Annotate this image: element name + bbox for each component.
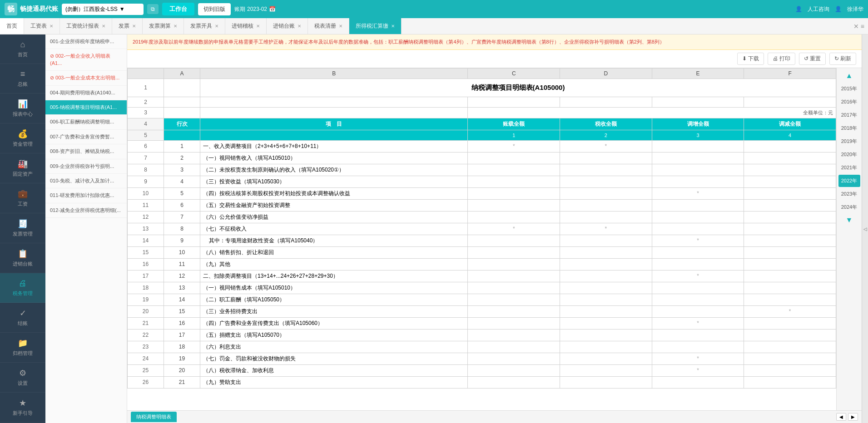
cell-C[interactable] xyxy=(468,152,560,164)
year-btn-2019[interactable]: 2019年 xyxy=(838,135,860,148)
cell-E[interactable] xyxy=(652,140,744,152)
tab-home[interactable]: 首页 xyxy=(0,18,24,34)
cell-hang[interactable]: 11 xyxy=(164,258,200,270)
tab-payroll-stat-close[interactable]: ✕ xyxy=(102,24,105,29)
sidebar-item-home[interactable]: ⌂ 首页 xyxy=(0,34,45,64)
workbench-button[interactable]: 工作台 xyxy=(162,3,194,15)
tab-invoice-ledger-close[interactable]: ✕ xyxy=(298,24,301,29)
tab-invoice-ledger[interactable]: 进销台账 ✕ xyxy=(267,18,308,34)
cell-D[interactable] xyxy=(560,246,652,258)
cell-E[interactable]: * xyxy=(652,353,744,364)
cell-C[interactable] xyxy=(468,246,560,258)
cell-item[interactable]: （九）赞助支出 xyxy=(200,376,468,388)
sidebar-item-tax-mgr[interactable]: 🖨 税务管理 xyxy=(0,273,45,303)
doc-item-007[interactable]: 007-广告费和业务宣传费暂... xyxy=(45,130,127,144)
cell-B3[interactable] xyxy=(200,107,468,118)
cell-F[interactable] xyxy=(744,187,836,199)
cell-C[interactable] xyxy=(468,341,560,353)
cell-hang[interactable]: 15 xyxy=(164,305,200,317)
cell-item[interactable]: （七）不征税收入 xyxy=(200,223,468,235)
old-version-button[interactable]: 切到旧版 xyxy=(198,3,231,15)
cell-D[interactable] xyxy=(560,353,652,364)
cell-D[interactable] xyxy=(560,235,652,246)
cell-D[interactable]: * xyxy=(560,223,652,235)
cell-item[interactable]: （三）业务招待费支出 xyxy=(200,305,468,317)
cell-hang[interactable]: 2 xyxy=(164,152,200,164)
cell-E[interactable] xyxy=(652,176,744,187)
cell-E[interactable] xyxy=(652,199,744,211)
cell-E[interactable] xyxy=(652,282,744,294)
cell-E[interactable]: * xyxy=(652,317,744,329)
cell-D2[interactable] xyxy=(560,97,652,107)
cell-C[interactable] xyxy=(468,211,560,223)
cell-item[interactable]: 其中：专项用途财政性资金（填写A105040） xyxy=(200,235,468,246)
cell-C[interactable] xyxy=(468,235,560,246)
tab-menu[interactable]: ≡ xyxy=(861,23,864,30)
cell-D[interactable] xyxy=(560,164,652,176)
sidebar-item-ledger[interactable]: ≡ 总账 xyxy=(0,64,45,93)
cell-F[interactable] xyxy=(744,376,836,388)
sidebar-item-archive[interactable]: 📁 归档管理 xyxy=(0,333,45,363)
year-nav-up[interactable]: ▲ xyxy=(844,70,855,82)
year-btn-2022[interactable]: 2022年 xyxy=(838,175,860,187)
doc-item-003[interactable]: ⊘ 003-一般企业成本支出明细... xyxy=(45,71,127,85)
cell-D[interactable] xyxy=(560,305,652,317)
cell-F[interactable] xyxy=(744,176,836,187)
cell-F[interactable] xyxy=(744,164,836,176)
cell-D[interactable] xyxy=(560,364,652,376)
cell-item[interactable]: （三）投资收益（填写A105030） xyxy=(200,176,468,187)
year-btn-2023[interactable]: 2023年 xyxy=(838,188,860,200)
bottom-tab-tax-adj[interactable]: 纳税调整明细表 xyxy=(131,412,177,422)
cell-A1[interactable] xyxy=(164,79,200,97)
sidebar-item-asset-mgr[interactable]: 💰 资金管理 xyxy=(0,123,45,153)
cell-hang[interactable]: 14 xyxy=(164,294,200,305)
cell-E2[interactable] xyxy=(652,97,744,107)
print-button[interactable]: 🖨 打印 xyxy=(768,53,795,65)
tab-invoice-check-close[interactable]: ✕ xyxy=(256,24,260,29)
cell-C[interactable] xyxy=(468,329,560,341)
cell-C[interactable] xyxy=(468,199,560,211)
tab-invoice-check[interactable]: 进销稽核 ✕ xyxy=(225,18,267,34)
cell-E[interactable]: * xyxy=(652,187,744,199)
cell-C2[interactable] xyxy=(468,97,560,107)
cell-hang[interactable]: 13 xyxy=(164,282,200,294)
cell-item[interactable]: （八）销售折扣、折让和退回 xyxy=(200,246,468,258)
sidebar-item-settings[interactable]: ⚙ 设置 xyxy=(0,363,45,393)
doc-item-002[interactable]: ⊘ 002-一般企业收入明细表(A1... xyxy=(45,49,127,71)
cell-D[interactable] xyxy=(560,199,652,211)
sidebar-item-fixed-asset[interactable]: 🏭 固定资产 xyxy=(0,153,45,183)
cell-hang[interactable]: 10 xyxy=(164,246,200,258)
cell-hang[interactable]: 18 xyxy=(164,341,200,353)
cell-item[interactable]: （六）公允价值变动净损益 xyxy=(200,211,468,223)
cell-D[interactable] xyxy=(560,258,652,270)
cell-item[interactable]: （四）广告费和业务宣传费支出（填写A105060） xyxy=(200,317,468,329)
cell-item[interactable]: （九）其他 xyxy=(200,258,468,270)
doc-item-010[interactable]: 010-免税、减计收入及加计... xyxy=(45,174,127,188)
doc-item-009[interactable]: 009-企业所得税弥补亏损明... xyxy=(45,159,127,174)
cell-E[interactable] xyxy=(652,152,744,164)
cell-hang[interactable]: 6 xyxy=(164,199,200,211)
cell-hang[interactable]: 19 xyxy=(164,353,200,364)
cell-F[interactable] xyxy=(744,270,836,282)
cell-B2[interactable] xyxy=(200,97,468,107)
cell-D[interactable] xyxy=(560,282,652,294)
tab-income-tax[interactable]: 所得税汇算缴 ✕ xyxy=(349,18,402,34)
tab-payroll-stat[interactable]: 工资统计报表 ✕ xyxy=(60,18,112,34)
cell-C[interactable] xyxy=(468,376,560,388)
cell-E[interactable] xyxy=(652,164,744,176)
cell-F[interactable]: * xyxy=(744,305,836,317)
cell-F2[interactable] xyxy=(744,97,836,107)
cell-E[interactable]: * xyxy=(652,270,744,282)
cell-F[interactable] xyxy=(744,140,836,152)
cell-E[interactable] xyxy=(652,258,744,270)
cell-item[interactable]: （二）未按权责发生制原则确认的收入（填写A105020①） xyxy=(200,164,468,176)
tab-payroll[interactable]: 工资表 ✕ xyxy=(24,18,60,34)
cell-E[interactable] xyxy=(652,376,744,388)
cell-D[interactable] xyxy=(560,211,652,223)
cell-item[interactable]: （五）捐赠支出（填写A105070） xyxy=(200,329,468,341)
cell-F[interactable] xyxy=(744,329,836,341)
cell-item[interactable]: （一）视同销售成本（填写A105010） xyxy=(200,282,468,294)
tab-income-tax-close[interactable]: ✕ xyxy=(391,24,395,29)
tab-invoice[interactable]: 发票 ✕ xyxy=(112,18,143,34)
cell-C[interactable]: * xyxy=(468,140,560,152)
